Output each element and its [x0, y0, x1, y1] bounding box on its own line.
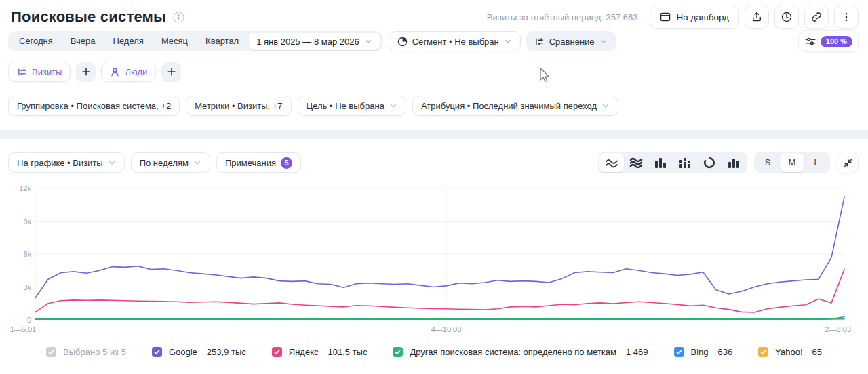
chart-type-pie-button[interactable] — [697, 153, 722, 172]
tab-quarter[interactable]: Квартал — [197, 31, 248, 51]
export-button[interactable] — [745, 5, 769, 29]
yandex-checkbox[interactable] — [272, 347, 282, 357]
svg-text:4—10.08: 4—10.08 — [431, 325, 462, 333]
grouping-label: Группировка • Поисковая система, +2 — [17, 101, 171, 111]
add-visits-metric-button[interactable] — [76, 62, 96, 82]
chart-type-histogram-button[interactable] — [722, 153, 746, 172]
check-icon — [760, 348, 767, 356]
check-icon — [47, 348, 55, 356]
tab-today[interactable]: Сегодня — [10, 31, 62, 51]
copy-link-button[interactable] — [804, 5, 829, 29]
date-range-value: 1 янв 2025 — 8 мар 2026 — [256, 37, 359, 47]
collapse-icon — [843, 158, 853, 168]
svg-text:3k: 3k — [23, 283, 31, 291]
info-icon[interactable] — [173, 12, 184, 23]
chart-size-switcher: S M L — [754, 152, 830, 173]
kebab-icon — [840, 11, 852, 23]
chart-type-switcher — [598, 152, 747, 173]
tab-month[interactable]: Месяц — [153, 31, 197, 51]
size-m-button[interactable]: M — [780, 153, 804, 172]
check-icon — [675, 348, 683, 356]
legend-item-google[interactable]: Google 253,9 тыс — [152, 347, 246, 357]
legend-label: Другая поисковая система: определено по … — [410, 347, 616, 357]
columns-chart-icon — [654, 157, 667, 168]
clock-icon — [781, 11, 793, 23]
chart-type-columns-button[interactable] — [648, 153, 673, 172]
chevron-down-icon — [108, 159, 116, 167]
legend-value: 253,9 тыс — [207, 347, 246, 357]
legend-label: Яндекс — [289, 347, 319, 357]
attribution-dropdown[interactable]: Атрибуция • Последний значимый переход — [412, 96, 618, 116]
svg-text:1—5.01: 1—5.01 — [10, 325, 37, 333]
comparison-dropdown[interactable]: Сравнение — [526, 31, 616, 51]
dashboard-icon — [660, 12, 671, 22]
select-all-checkbox[interactable] — [46, 347, 56, 357]
share-icon — [751, 11, 763, 23]
chart-view-controls: S M L — [598, 152, 859, 173]
check-icon — [273, 348, 281, 356]
tab-week[interactable]: Неделя — [104, 31, 153, 51]
segment-dropdown[interactable]: Сегмент • Не выбран — [389, 31, 521, 51]
history-button[interactable] — [774, 5, 799, 29]
other-search-checkbox[interactable] — [393, 347, 403, 357]
link-icon — [810, 11, 823, 23]
visits-icon — [17, 67, 27, 77]
filter-row: Сегодня Вчера Неделя Месяц Квартал 1 янв… — [8, 31, 859, 51]
size-s-button[interactable]: S — [755, 153, 780, 172]
grouping-dropdown[interactable]: Группировка • Поисковая система, +2 — [8, 96, 180, 116]
size-l-button[interactable]: L — [804, 153, 829, 172]
chart-type-stacked-button[interactable] — [673, 153, 697, 172]
compare-icon — [534, 37, 545, 47]
notes-count-badge: 5 — [281, 157, 292, 169]
legend-item-yahoo[interactable]: Yahoo! 65 — [758, 347, 822, 357]
more-menu-button[interactable] — [834, 5, 859, 29]
check-icon — [394, 348, 401, 356]
bing-checkbox[interactable] — [674, 347, 684, 357]
people-metric-chip[interactable]: Люди — [101, 62, 156, 82]
google-checkbox[interactable] — [152, 347, 162, 357]
to-dashboard-label: На дашборд — [676, 12, 729, 22]
legend-item-yandex[interactable]: Яндекс 101,5 тыс — [272, 347, 368, 357]
legend-item-bing[interactable]: Bing 636 — [674, 347, 733, 357]
notes-label: Примечания — [225, 158, 276, 168]
on-chart-dropdown[interactable]: На графике • Визиты — [8, 152, 125, 173]
line-chart-icon — [605, 157, 618, 168]
svg-text:6k: 6k — [23, 250, 31, 258]
date-range-picker[interactable]: 1 янв 2025 — 8 мар 2026 — [249, 33, 380, 50]
legend-value: 101,5 тыс — [328, 347, 367, 357]
visits-metric-chip[interactable]: Визиты — [8, 62, 71, 82]
notes-button[interactable]: Примечания 5 — [216, 152, 301, 173]
traffic-chart[interactable]: 12k9k6k3k01—5.014—10.082—8.03 — [0, 183, 868, 340]
granularity-dropdown[interactable]: По неделям — [131, 152, 210, 173]
legend-item-other-search[interactable]: Другая поисковая система: определено по … — [393, 347, 648, 357]
goal-dropdown[interactable]: Цель • Не выбрана — [298, 96, 406, 116]
metrics-dropdown[interactable]: Метрики • Визиты, +7 — [186, 96, 291, 116]
chart-type-lines-button[interactable] — [599, 153, 624, 172]
chart-controls-row: На графике • Визиты По неделям Примечани… — [8, 152, 859, 173]
chart-type-areas-button[interactable] — [624, 153, 648, 172]
legend-label: Google — [169, 347, 197, 357]
line-chart-canvas[interactable]: 12k9k6k3k01—5.014—10.082—8.03 — [0, 183, 868, 340]
chevron-down-icon — [389, 102, 397, 110]
period-tabs: Сегодня Вчера Неделя Месяц Квартал 1 янв… — [8, 31, 383, 51]
comparison-label: Сравнение — [549, 37, 595, 47]
segment-icon — [397, 37, 408, 47]
pie-chart-icon — [703, 157, 715, 169]
svg-text:2—8.03: 2—8.03 — [825, 325, 851, 333]
sampling-settings-button[interactable]: 100 % — [798, 30, 859, 52]
mouse-cursor — [539, 68, 551, 84]
legend-select-all[interactable]: Выбрано 5 из 5 — [46, 347, 126, 357]
attribution-label: Атрибуция • Последний значимый переход — [421, 101, 597, 111]
sliders-icon — [804, 35, 816, 47]
collapse-chart-button[interactable] — [837, 152, 859, 173]
visits-summary: Визиты за отчётный период: 357 663 — [487, 12, 638, 22]
tab-yesterday[interactable]: Вчера — [62, 31, 104, 51]
to-dashboard-button[interactable]: На дашборд — [650, 5, 739, 29]
chevron-down-icon — [364, 37, 372, 45]
segment-label: Сегмент • Не выбран — [412, 37, 499, 47]
yahoo-checkbox[interactable] — [758, 347, 768, 357]
people-chip-label: Люди — [125, 67, 147, 77]
add-people-metric-button[interactable] — [161, 62, 181, 82]
svg-text:0: 0 — [27, 316, 31, 324]
legend-value: 65 — [812, 347, 822, 357]
